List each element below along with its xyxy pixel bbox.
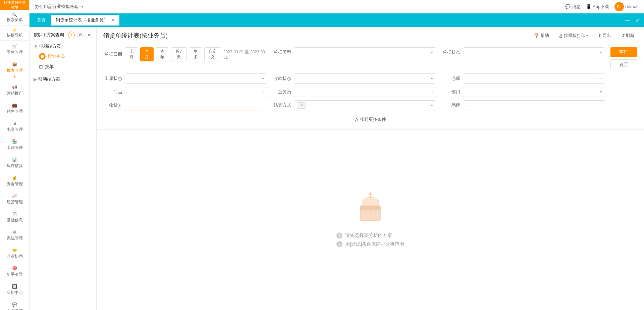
help-icon: ❓: [534, 33, 539, 38]
payment-status-select[interactable]: ▾: [294, 73, 436, 84]
add-scheme-button[interactable]: +: [68, 32, 75, 38]
settlement-tag-close-button[interactable]: ✕: [301, 103, 304, 108]
refresh-icon: ↺: [621, 33, 625, 38]
tab-minimize-button[interactable]: —: [624, 16, 632, 25]
brand-select[interactable]: ... ···: [463, 100, 605, 110]
sidebar-item-app-center[interactable]: 🔲 应用中心: [0, 281, 29, 299]
print-icon: 🖨: [559, 33, 563, 38]
sidebar-item-inventory[interactable]: 📊 库存核算: [0, 154, 29, 172]
tip-text-2: 用[过滤]条件来缩小分析范围: [345, 241, 404, 247]
sidebar-item-label: 经营管理: [7, 199, 23, 205]
user-action[interactable]: Ea demo2: [614, 2, 639, 11]
sidebar-item-wechat[interactable]: 💬 企业微信: [0, 299, 29, 310]
settlement-select[interactable]: ✕ ▾: [294, 100, 436, 110]
template-dropdown-icon: ▾: [586, 34, 588, 38]
system-icon: ⚙: [13, 230, 16, 235]
basic-icon: 📋: [12, 212, 17, 216]
sidebar-item-operation[interactable]: 📈 经营管理: [0, 190, 29, 208]
purchase-icon: 🏪: [12, 139, 17, 144]
date-btn-more[interactable]: 更多: [189, 47, 202, 61]
tip-text-1: 请先选择要分析的方案: [345, 232, 392, 239]
department-label: 部门: [441, 89, 460, 95]
brand-value: ...: [466, 103, 470, 108]
tab-home-label: 首页: [37, 17, 46, 23]
scheme-group-mobile-header[interactable]: ▶ 移动端方案: [30, 74, 96, 84]
tab-home[interactable]: 首页: [32, 15, 50, 25]
sidebar-item-label: 资金管理: [7, 181, 23, 187]
goods-select[interactable]: ···: [125, 87, 267, 97]
sidebar-item-wholesale[interactable]: 📦 批发管理 ▲: [0, 59, 29, 82]
doc-status-dropdown-icon: ▾: [600, 50, 602, 55]
help-button[interactable]: ❓ 帮助: [531, 31, 552, 40]
breadcrumb-dropdown-icon[interactable]: ▾: [81, 4, 84, 9]
salesperson-select[interactable]: ···: [294, 87, 436, 97]
scheme-item-by-salesperson[interactable]: 按业务员: [30, 51, 96, 62]
quick-nav-icon: ⚡: [0, 28, 29, 33]
sidebar-item-marketing[interactable]: 📢 营销推广: [0, 82, 29, 100]
settings-scheme-button[interactable]: ⚙: [77, 32, 84, 38]
goods-more-icon: ···: [260, 90, 264, 95]
sidebar-item-search[interactable]: 🔍 搜索菜单: [0, 10, 29, 26]
stock-status-label: 出库状态: [103, 75, 122, 82]
sidebar-item-label: 采购管理: [7, 145, 23, 151]
sidebar-item-label: 系统管理: [7, 236, 23, 241]
sidebar-item-system[interactable]: ⚙ 系统管理: [0, 226, 29, 245]
receiver-input[interactable]: [125, 100, 261, 110]
empty-illustration: [350, 192, 390, 226]
sidebar-item-finance[interactable]: 💰 资金管理: [0, 172, 29, 190]
warehouse-value: ...: [466, 76, 470, 81]
date-selector: 上月 本月 本年 近7天 更多 自定义 2023-03-01 至 2023-03…: [125, 47, 267, 61]
settlement-label: 结算方式: [272, 102, 291, 108]
refresh-button[interactable]: ↺ 刷新: [618, 31, 637, 40]
warehouse-dropdown-icon: ···: [599, 76, 602, 81]
sidebar-item-ecommerce[interactable]: 🖥 电商管理: [0, 118, 29, 136]
sidebar-item-basic[interactable]: 📋 基础信息: [0, 208, 29, 226]
settings-button[interactable]: 设置: [610, 59, 637, 70]
empty-tip-1: 1 请先选择要分析的方案: [336, 232, 404, 239]
sidebar-item-purchase[interactable]: 🏪 采购管理: [0, 136, 29, 154]
stock-status-dropdown-icon: ▾: [262, 76, 264, 81]
svg-point-0: [41, 55, 44, 58]
date-btn-this-year[interactable]: 本年: [156, 47, 169, 61]
tab-bar: 首页 销货单统计表（按业务员） ✕ — ⤢: [30, 13, 644, 27]
sidebar-item-guide[interactable]: 🎯 新手引导: [0, 263, 29, 281]
sidebar-item-retail[interactable]: 🛒 零售管理: [0, 41, 29, 59]
template-print-label: 按模板打印: [564, 33, 586, 39]
app-download-action[interactable]: 📱 App下载: [586, 4, 609, 10]
scheme-item-by-order[interactable]: ⊞ 按单: [30, 62, 96, 72]
sidebar-item-quick-nav[interactable]: ⚡ 快捷导航: [0, 26, 29, 41]
date-btn-this-month[interactable]: 本月: [140, 47, 154, 61]
grid-icon: ⊞: [39, 64, 43, 69]
doc-type-label: 单据类型: [272, 49, 291, 55]
collapse-filter-button[interactable]: ⋀ 收起更多条件: [351, 115, 390, 124]
filter-row-2: 出库状态 ▾ 收款状态 ▾ 仓库: [103, 73, 637, 84]
scheme-group-pc-header[interactable]: ▼ 电脑端方案: [30, 42, 96, 51]
filter-row-3: 商品 ··· 业务员 ··· 部门: [103, 87, 637, 97]
stock-status-select[interactable]: ▾: [125, 73, 267, 84]
tab-maximize-button[interactable]: ⤢: [634, 16, 641, 25]
template-print-button[interactable]: 🖨 按模板打印 ▾: [556, 31, 591, 40]
message-label: 消息: [572, 4, 581, 10]
doc-status-select[interactable]: ▾: [463, 47, 605, 57]
message-action[interactable]: 💬 消息: [565, 4, 581, 10]
tab-close-icon[interactable]: ✕: [111, 18, 115, 22]
export-icon: ⬆: [598, 33, 602, 38]
scheme-group-mobile-label: 移动端方案: [38, 76, 60, 82]
warehouse-select[interactable]: ... ···: [463, 73, 605, 84]
date-btn-7days[interactable]: 近7天: [171, 47, 186, 61]
sidebar-item-enterprise[interactable]: 🤝 企业协同: [0, 245, 29, 263]
query-button[interactable]: 查询: [610, 47, 637, 57]
collapse-btn-row: ⋀ 收起更多条件: [103, 114, 637, 125]
brand-label: 品牌: [441, 102, 460, 108]
sidebar-item-label: 批发管理: [7, 68, 23, 73]
sidebar-item-sales[interactable]: 💼 销售管理: [0, 100, 29, 118]
tab-sales-stat[interactable]: 销货单统计表（按业务员） ✕: [51, 15, 119, 25]
date-btn-custom[interactable]: 自定义: [204, 47, 221, 61]
sidebar-item-label: 搜索菜单: [0, 17, 29, 23]
export-button[interactable]: ⬆ 导出: [595, 31, 614, 40]
date-btn-last-month[interactable]: 上月: [125, 47, 138, 61]
collapse-panel-button[interactable]: «: [86, 32, 92, 38]
warehouse-label: 仓库: [441, 75, 460, 82]
doc-type-select[interactable]: ▾: [294, 47, 436, 57]
department-select[interactable]: ▾: [463, 87, 605, 97]
